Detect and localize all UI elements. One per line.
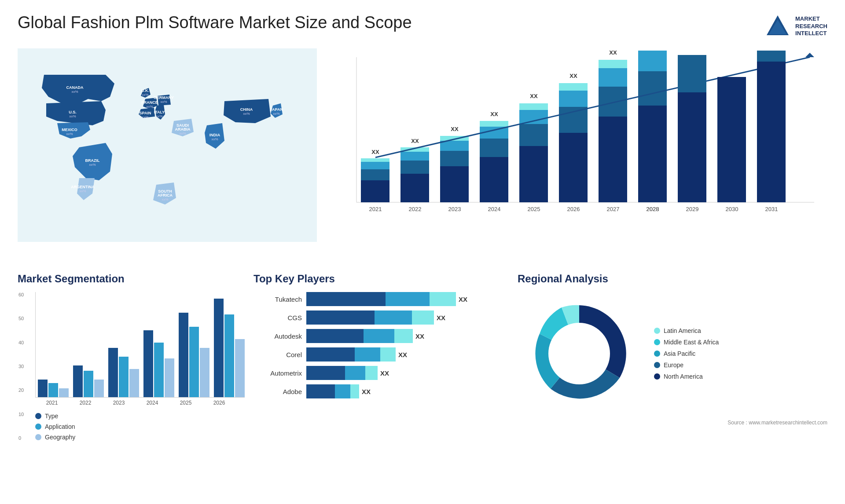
players-section: Top Key Players Tukatech XX CGS <box>254 273 509 441</box>
map-section: CANADA xx% U.S. xx% MEXICO xx% BRAZIL xx… <box>18 48 317 259</box>
svg-rect-42 <box>519 103 548 110</box>
logo-text: MARKET RESEARCH INTELLECT <box>795 15 827 38</box>
india-label: INDIA <box>209 133 220 137</box>
legend-europe: Europe <box>654 362 719 369</box>
source-text: Source : www.marketresearchintellect.com <box>518 420 827 426</box>
svg-rect-29 <box>440 141 469 151</box>
world-map-svg: CANADA xx% U.S. xx% MEXICO xx% BRAZIL xx… <box>18 48 317 242</box>
legend-geography: Geography <box>35 434 245 441</box>
bar-2021-seg3 <box>361 162 389 169</box>
svg-text:xx%: xx% <box>142 93 148 97</box>
svg-rect-62 <box>678 55 706 92</box>
argentina-label: ARGENTINA <box>71 185 95 189</box>
bar-2021-seg4 <box>361 158 389 162</box>
svg-text:XX: XX <box>569 73 577 79</box>
svg-rect-33 <box>480 157 508 202</box>
svg-text:2030: 2030 <box>726 206 738 212</box>
germany-label: GERMANY <box>154 95 174 100</box>
svg-text:XX: XX <box>530 93 538 99</box>
player-cgs: CGS XX <box>254 310 509 325</box>
bar-2021-label: XX <box>371 149 379 155</box>
svg-text:XX: XX <box>490 111 498 117</box>
svg-text:xx%: xx% <box>156 114 162 118</box>
svg-rect-66 <box>757 62 786 202</box>
svg-text:xx%: xx% <box>273 112 279 116</box>
seg-group-2026 <box>214 299 245 397</box>
svg-text:xx%: xx% <box>179 131 186 135</box>
svg-text:AFRICA: AFRICA <box>158 193 173 197</box>
svg-text:XX: XX <box>451 126 459 132</box>
svg-rect-58 <box>638 71 667 106</box>
legend-mea: Middle East & Africa <box>654 339 719 346</box>
logo-icon <box>764 13 791 40</box>
svg-text:2024: 2024 <box>488 206 501 212</box>
svg-text:xx%: xx% <box>71 90 78 94</box>
bar-2021-seg1 <box>361 180 389 202</box>
svg-rect-67 <box>757 51 786 62</box>
svg-rect-48 <box>559 83 588 91</box>
svg-text:2028: 2028 <box>647 206 659 212</box>
world-map: CANADA xx% U.S. xx% MEXICO xx% BRAZIL xx… <box>18 48 317 251</box>
saudi-label2: ARABIA <box>175 127 191 131</box>
japan-label: JAPAN <box>270 107 283 112</box>
donut-legend: Latin America Middle East & Africa Asia … <box>654 327 719 380</box>
seg-group-2021 <box>38 380 69 397</box>
growth-chart-section: XX 2021 XX 2022 XX 2023 <box>326 48 827 259</box>
svg-text:xx%: xx% <box>162 197 168 201</box>
svg-text:2026: 2026 <box>567 206 580 212</box>
legend-latin-america: Latin America <box>654 327 719 334</box>
svg-rect-40 <box>519 124 548 146</box>
bar-2021-year: 2021 <box>369 206 382 212</box>
brazil-label: BRAZIL <box>85 158 100 163</box>
segmentation-title: Market Segmentation <box>18 273 245 285</box>
svg-rect-46 <box>559 107 588 133</box>
donut-chart <box>518 292 641 415</box>
seg-group-2024 <box>143 330 174 397</box>
svg-text:2022: 2022 <box>409 206 422 212</box>
svg-rect-59 <box>638 51 667 71</box>
uk-label: U.K. <box>141 88 149 93</box>
svg-rect-21 <box>400 174 429 202</box>
legend-application: Application <box>35 423 245 430</box>
svg-text:2023: 2023 <box>448 206 461 212</box>
svg-text:xx%: xx% <box>160 100 167 104</box>
svg-text:2025: 2025 <box>528 206 540 212</box>
svg-text:xx%: xx% <box>79 189 86 193</box>
page-header: Global Fashion Plm Software Market Size … <box>18 13 827 40</box>
player-adobe: Adobe XX <box>254 384 509 398</box>
regional-section: Regional Analysis <box>518 273 827 441</box>
svg-rect-23 <box>400 152 429 161</box>
svg-rect-22 <box>400 161 429 174</box>
china-label: CHINA <box>240 107 253 112</box>
page-title: Global Fashion Plm Software Market Size … <box>18 13 412 32</box>
player-autodesk: Autodesk XX <box>254 329 509 343</box>
svg-text:xx%: xx% <box>243 112 250 116</box>
svg-text:xx%: xx% <box>146 105 153 109</box>
svg-rect-54 <box>599 60 627 68</box>
svg-rect-57 <box>638 106 667 202</box>
legend-north-america: North America <box>654 373 719 380</box>
svg-rect-39 <box>519 146 548 202</box>
italy-label: ITALY <box>154 110 165 114</box>
segmentation-section: Market Segmentation 0 10 20 30 40 50 60 <box>18 273 245 441</box>
players-title: Top Key Players <box>254 273 509 285</box>
svg-rect-53 <box>599 68 627 87</box>
seg-legend: Type Application Geography <box>35 413 245 441</box>
bar-chart-svg: XX 2021 XX 2022 XX 2023 <box>326 48 827 233</box>
player-corel: Corel XX <box>254 347 509 362</box>
svg-text:xx%: xx% <box>142 115 148 119</box>
players-list: Tukatech XX CGS <box>254 292 509 398</box>
svg-text:XX: XX <box>411 138 419 144</box>
svg-text:xx%: xx% <box>66 132 73 136</box>
us-label: U.S. <box>69 110 77 114</box>
logo-area: MARKET RESEARCH INTELLECT <box>764 13 827 40</box>
trend-arrow <box>805 53 814 57</box>
seg-group-2022 <box>73 365 104 397</box>
svg-text:xx%: xx% <box>89 163 96 167</box>
france-label: FRANCE <box>141 100 158 105</box>
svg-rect-34 <box>480 139 508 157</box>
bottom-section: Market Segmentation 0 10 20 30 40 50 60 <box>18 273 827 441</box>
svg-text:2027: 2027 <box>607 206 620 212</box>
seg-group-2025 <box>179 313 209 397</box>
player-autometrix: Autometrix XX <box>254 366 509 380</box>
